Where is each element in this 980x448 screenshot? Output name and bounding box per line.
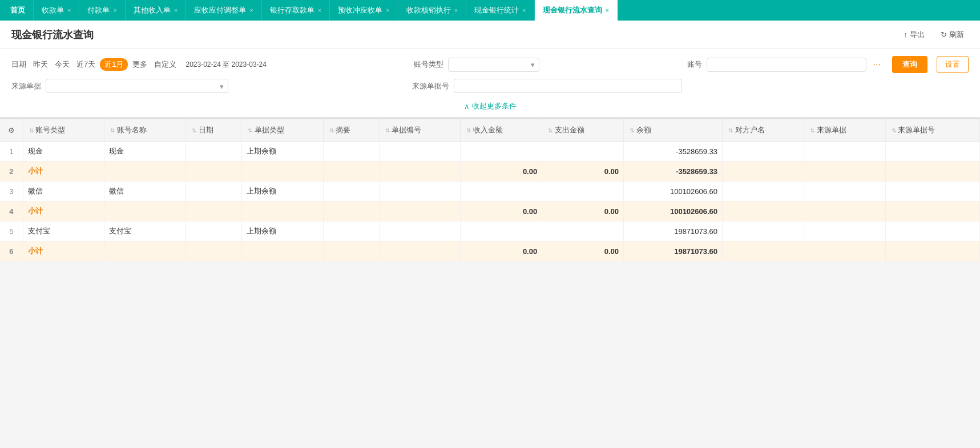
cell-doc-type: 上期余额	[241, 221, 323, 241]
nav-tab-1[interactable]: 付款单 ×	[79, 0, 125, 21]
col-account-type[interactable]: ⇅ 账号类型	[23, 119, 104, 142]
data-table: ⚙ ⇅ 账号类型 ⇅ 账号名称 ⇅ 日期 ⇅ 单据类型	[0, 119, 980, 261]
col-counterparty[interactable]: ⇅ 对方户名	[723, 119, 804, 142]
cell-counterparty	[723, 142, 804, 162]
export-button[interactable]: ↑ 导出	[900, 27, 930, 42]
source-doc-select-wrapper	[46, 79, 228, 93]
col-balance[interactable]: ⇅ 余额	[624, 119, 723, 142]
nav-tab-8[interactable]: 现金银行流水查询 ×	[535, 0, 618, 21]
source-doc-no-filter-group: 来源单据号	[412, 79, 682, 93]
cell-expense	[542, 142, 624, 162]
account-dots-button[interactable]: ···	[871, 59, 883, 70]
nav-tab-3[interactable]: 应收应付调整单 ×	[186, 0, 261, 21]
source-doc-select[interactable]	[46, 79, 228, 93]
cell-counterparty	[723, 181, 804, 201]
source-doc-label: 来源单据	[11, 81, 41, 91]
account-type-select[interactable]	[448, 58, 539, 72]
cell-counterparty	[723, 201, 804, 221]
sort-icon: ⇅	[630, 127, 634, 134]
source-doc-no-label: 来源单据号	[412, 81, 449, 91]
date-opt-today[interactable]: 今天	[53, 58, 72, 71]
source-doc-no-input[interactable]	[454, 79, 682, 93]
table-row: 1现金现金上期余额-3528659.33	[0, 142, 980, 162]
date-opt-yesterday[interactable]: 昨天	[31, 58, 50, 71]
cell-expense: 0.00	[542, 201, 624, 221]
cell-doc-type	[241, 162, 323, 181]
cell-account-type: 支付宝	[23, 221, 104, 241]
close-icon[interactable]: ×	[113, 7, 116, 14]
date-options: 昨天 今天 近7天 近1月 更多 自定义	[31, 58, 179, 71]
row-number: 6	[0, 241, 23, 261]
cell-doc-type	[241, 241, 323, 261]
close-icon[interactable]: ×	[249, 7, 253, 14]
date-opt-1month[interactable]: 近1月	[100, 58, 128, 71]
export-icon: ↑	[904, 30, 908, 39]
col-account-name[interactable]: ⇅ 账号名称	[104, 119, 186, 142]
nav-tab-7[interactable]: 现金银行统计 ×	[466, 0, 534, 21]
close-icon[interactable]: ×	[386, 7, 389, 14]
col-settings[interactable]: ⚙	[0, 119, 23, 142]
collapse-button[interactable]: ∧ 收起更多条件	[464, 101, 517, 111]
nav-tab-0[interactable]: 收款单 ×	[34, 0, 79, 21]
col-doc-no[interactable]: ⇅ 单据编号	[379, 119, 461, 142]
table-row: 5支付宝支付宝上期余额19871073.60	[0, 221, 980, 241]
close-icon[interactable]: ×	[522, 7, 526, 14]
cell-doc-no	[379, 201, 461, 221]
close-icon[interactable]: ×	[174, 7, 178, 14]
filter-bar: 日期 昨天 今天 近7天 近1月 更多 自定义 2023-02-24 至 202…	[0, 49, 980, 118]
cell-summary	[323, 201, 379, 221]
cell-account-name	[104, 162, 186, 181]
row-number: 2	[0, 162, 23, 181]
account-input[interactable]	[707, 58, 866, 72]
cell-account-type: 微信	[23, 181, 104, 201]
nav-tab-4[interactable]: 银行存取款单 ×	[262, 0, 330, 21]
collapse-bar: ∧ 收起更多条件	[11, 99, 969, 112]
cell-balance: 19871073.60	[624, 221, 723, 241]
source-doc-filter-group: 来源单据	[11, 79, 228, 93]
col-income[interactable]: ⇅ 收入金额	[461, 119, 542, 142]
query-button[interactable]: 查询	[892, 56, 927, 73]
cell-summary	[323, 162, 379, 181]
cell-doc-no	[379, 241, 461, 261]
nav-tab-5[interactable]: 预收冲应收单 ×	[330, 0, 398, 21]
date-opt-7days[interactable]: 近7天	[74, 58, 98, 71]
cell-source-doc-no	[885, 162, 979, 181]
close-icon[interactable]: ×	[454, 7, 458, 14]
sort-icon: ⇅	[385, 127, 390, 134]
date-opt-more[interactable]: 更多	[130, 58, 150, 71]
sort-icon: ⇅	[329, 127, 334, 134]
filter-row-1: 日期 昨天 今天 近7天 近1月 更多 自定义 2023-02-24 至 202…	[11, 56, 969, 73]
cell-account-name	[104, 241, 186, 261]
cell-date	[186, 221, 242, 241]
table-row: 4小计0.000.00100102606.60	[0, 201, 980, 221]
nav-home[interactable]: 首页	[2, 0, 34, 21]
cell-account-name	[104, 201, 186, 221]
close-icon[interactable]: ×	[606, 7, 609, 14]
cell-income	[461, 181, 542, 201]
cell-date	[186, 181, 242, 201]
cell-counterparty	[723, 221, 804, 241]
row-number: 4	[0, 201, 23, 221]
cell-account-name: 微信	[104, 181, 186, 201]
nav-tab-2[interactable]: 其他收入单 ×	[126, 0, 186, 21]
cell-income	[461, 221, 542, 241]
cell-doc-no	[379, 221, 461, 241]
col-summary[interactable]: ⇅ 摘要	[323, 119, 379, 142]
sort-icon: ⇅	[728, 127, 733, 134]
col-source-doc-no[interactable]: ⇅ 来源单据号	[885, 119, 979, 142]
cell-expense: 0.00	[542, 241, 624, 261]
cell-expense: 0.00	[542, 162, 624, 181]
cell-account-type: 小计	[23, 201, 104, 221]
col-source-doc[interactable]: ⇅ 来源单据	[804, 119, 885, 142]
col-date[interactable]: ⇅ 日期	[186, 119, 242, 142]
col-doc-type[interactable]: ⇅ 单据类型	[241, 119, 323, 142]
refresh-button[interactable]: ↻ 刷新	[936, 27, 969, 42]
cell-source-doc	[804, 162, 885, 181]
nav-tab-6[interactable]: 收款核销执行 ×	[398, 0, 466, 21]
settings-button[interactable]: 设置	[937, 56, 969, 73]
close-icon[interactable]: ×	[318, 7, 321, 14]
date-opt-custom[interactable]: 自定义	[152, 58, 179, 71]
col-expense[interactable]: ⇅ 支出金额	[542, 119, 624, 142]
filter-section: 日期 昨天 今天 近7天 近1月 更多 自定义 2023-02-24 至 202…	[0, 49, 980, 119]
close-icon[interactable]: ×	[67, 7, 71, 14]
